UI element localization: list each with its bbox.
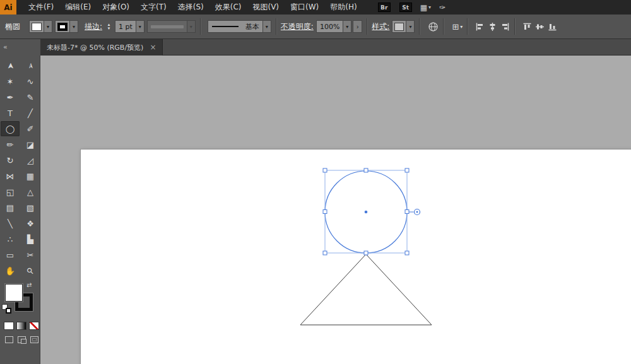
close-icon[interactable]: × bbox=[150, 43, 156, 52]
gradient-tool[interactable]: ▧ bbox=[21, 200, 40, 215]
line-segment-tool[interactable]: ╱ bbox=[21, 105, 40, 120]
none-button[interactable] bbox=[29, 322, 39, 330]
chevron-down-icon: ▾ bbox=[460, 24, 463, 30]
selection-handle[interactable] bbox=[323, 251, 327, 255]
align-left-button[interactable] bbox=[475, 22, 485, 32]
color-button[interactable] bbox=[4, 322, 14, 330]
selection-handle[interactable] bbox=[323, 168, 327, 172]
pen-tool[interactable]: ✒ bbox=[1, 90, 20, 105]
document-tab[interactable]: 未标题-7* @ 50% (RGB/预览) × bbox=[40, 39, 163, 56]
blend-icon: ❖ bbox=[27, 219, 34, 228]
graphic-style-dropdown[interactable]: ▾ bbox=[392, 20, 415, 33]
swap-fill-stroke-icon[interactable]: ⇄ bbox=[27, 281, 32, 288]
shape-builder-tool[interactable]: ◱ bbox=[1, 184, 20, 199]
menu-item-effect[interactable]: 效果(C) bbox=[209, 0, 247, 15]
selection-handle[interactable] bbox=[405, 168, 409, 172]
symbol-sprayer-tool[interactable]: ∴ bbox=[1, 232, 20, 247]
menu-item-edit[interactable]: 编辑(E) bbox=[59, 0, 97, 15]
rotate-tool[interactable]: ↻ bbox=[1, 153, 20, 168]
magic-wand-tool[interactable]: ✶ bbox=[1, 74, 20, 89]
recolor-artwork-button[interactable] bbox=[428, 21, 439, 32]
width-tool[interactable]: ⋈ bbox=[1, 168, 20, 184]
free-transform-tool[interactable]: ▦ bbox=[21, 168, 40, 184]
zoom-tool[interactable]: ⚲ bbox=[21, 263, 40, 278]
align-top-button[interactable] bbox=[522, 22, 532, 32]
pencil-tool[interactable]: ✏ bbox=[1, 137, 20, 152]
eraser-icon: ◪ bbox=[27, 140, 34, 150]
menu-item-view[interactable]: 视图(V) bbox=[247, 0, 285, 15]
selection-handle[interactable] bbox=[364, 251, 368, 255]
hand-tool[interactable]: ✋ bbox=[1, 263, 20, 278]
perspective-grid-tool[interactable]: △ bbox=[21, 184, 40, 199]
blend-tool[interactable]: ❖ bbox=[21, 216, 40, 231]
opacity-more-button[interactable]: › bbox=[353, 20, 362, 33]
tools-panel: ➤➢✶∿✒✎T╱◯✐✏◪↻◿⋈▦◱△▤▧╲❖∴▙▭✂✋⚲ ⇄ bbox=[0, 56, 40, 364]
direct-selection-tool[interactable]: ➢ bbox=[21, 58, 40, 73]
stepper-down-icon[interactable]: ▾ bbox=[105, 26, 112, 30]
selection-tool[interactable]: ➤ bbox=[1, 58, 20, 73]
type-tool[interactable]: T bbox=[1, 105, 20, 120]
mesh-tool[interactable]: ▤ bbox=[1, 200, 20, 215]
selection-handle[interactable] bbox=[405, 251, 409, 255]
stroke-style-dropdown[interactable]: 基本 ▾ bbox=[208, 20, 271, 33]
stock-badge[interactable]: St bbox=[399, 3, 412, 12]
fill-color-swatch[interactable] bbox=[5, 284, 23, 302]
column-graph-tool[interactable]: ▙ bbox=[21, 232, 40, 247]
default-stroke-mini-icon[interactable] bbox=[6, 308, 11, 314]
quill-icon[interactable]: ✑ bbox=[439, 3, 445, 12]
chevron-down-icon: ▾ bbox=[406, 21, 414, 32]
draw-normal-mode-button[interactable] bbox=[5, 336, 13, 343]
opacity-value: 100% bbox=[317, 23, 343, 31]
menu-item-file[interactable]: 文件(F) bbox=[23, 0, 59, 15]
eyedropper-tool[interactable]: ╲ bbox=[1, 216, 20, 231]
lasso-tool[interactable]: ∿ bbox=[21, 74, 40, 89]
align-center-h-button[interactable] bbox=[488, 22, 497, 32]
stroke-weight-stepper[interactable]: ▴ ▾ bbox=[105, 23, 112, 30]
magic-wand-icon: ✶ bbox=[7, 77, 14, 86]
pen-icon: ✒ bbox=[7, 93, 14, 102]
selection-handle[interactable] bbox=[364, 168, 368, 172]
curvature-tool[interactable]: ✎ bbox=[21, 90, 40, 105]
draw-behind-mode-button[interactable] bbox=[18, 336, 26, 343]
selection-handle[interactable] bbox=[405, 210, 409, 214]
width-profile-dropdown[interactable]: ▾ bbox=[147, 20, 196, 33]
stroke-color-dropdown[interactable]: ▾ bbox=[55, 20, 78, 33]
fill-color-dropdown[interactable]: ▾ bbox=[29, 20, 52, 33]
opacity-dropdown[interactable]: 100% ▾ bbox=[316, 20, 351, 33]
menu-item-object[interactable]: 对象(O) bbox=[97, 0, 135, 15]
stroke-swatch-icon bbox=[57, 23, 68, 31]
paintbrush-tool[interactable]: ✐ bbox=[21, 121, 40, 136]
bridge-badge[interactable]: Br bbox=[378, 3, 391, 12]
tools-grid: ➤➢✶∿✒✎T╱◯✐✏◪↻◿⋈▦◱△▤▧╲❖∴▙▭✂✋⚲ bbox=[0, 56, 40, 279]
workspace-switcher[interactable]: ▦ ▾ bbox=[420, 3, 431, 12]
curvature-icon: ✎ bbox=[27, 93, 34, 102]
draw-inside-mode-button[interactable] bbox=[30, 336, 38, 343]
align-center-v-button[interactable] bbox=[535, 22, 545, 32]
transform-dropdown[interactable]: ⊞ ▾ bbox=[452, 22, 463, 32]
style-swatch-icon bbox=[394, 23, 404, 31]
scale-tool[interactable]: ◿ bbox=[21, 153, 40, 168]
align-bottom-button[interactable] bbox=[548, 22, 557, 32]
artboard-tool[interactable]: ▭ bbox=[1, 247, 20, 262]
canvas-area[interactable] bbox=[40, 56, 631, 364]
direct-selection-icon: ➢ bbox=[26, 62, 35, 69]
width-profile-preview bbox=[151, 25, 184, 28]
triangle-shape[interactable] bbox=[300, 254, 432, 325]
gradient-button[interactable] bbox=[16, 322, 27, 330]
stroke-weight-label[interactable]: 描边: bbox=[85, 21, 102, 32]
ellipse-tool[interactable]: ◯ bbox=[1, 121, 20, 136]
stroke-weight-dropdown[interactable]: 1 pt ▾ bbox=[115, 20, 144, 33]
menu-item-help[interactable]: 帮助(H) bbox=[324, 0, 362, 15]
opacity-label[interactable]: 不透明度: bbox=[281, 21, 314, 32]
eraser-tool[interactable]: ◪ bbox=[21, 137, 40, 152]
style-label[interactable]: 样式: bbox=[372, 21, 389, 32]
selection-handle[interactable] bbox=[323, 210, 327, 214]
align-right-button[interactable] bbox=[500, 22, 510, 32]
center-point[interactable] bbox=[365, 211, 368, 214]
collapse-panel-button[interactable]: « bbox=[3, 43, 8, 51]
menu-item-type[interactable]: 文字(T) bbox=[135, 0, 172, 15]
slice-tool[interactable]: ✂ bbox=[21, 247, 40, 262]
menu-item-window[interactable]: 窗口(W) bbox=[285, 0, 324, 15]
globe-icon bbox=[428, 21, 439, 32]
menu-item-select[interactable]: 选择(S) bbox=[172, 0, 209, 15]
